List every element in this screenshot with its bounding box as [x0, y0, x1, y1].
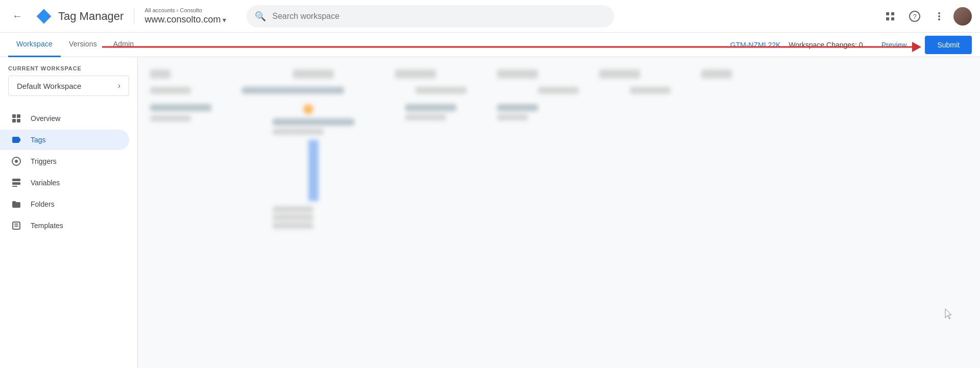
app-name: Tag Manager — [58, 10, 124, 23]
tag-manager-logo-icon — [35, 7, 53, 26]
more-vert-icon — [938, 11, 940, 21]
preview-button[interactable]: Preview — [871, 37, 917, 53]
svg-rect-24 — [14, 224, 18, 225]
submit-button[interactable]: Submit — [925, 36, 972, 54]
content-area — [138, 57, 980, 368]
svg-rect-4 — [891, 12, 894, 15]
search-input[interactable] — [272, 12, 606, 21]
tags-icon — [10, 135, 22, 145]
svg-rect-13 — [17, 114, 20, 118]
header-actions: ? — [880, 6, 972, 27]
svg-rect-21 — [12, 182, 20, 185]
svg-rect-12 — [12, 114, 16, 118]
back-button[interactable]: ← — [8, 7, 27, 26]
nav-tabs: Workspace Versions Admin GTM-NZML22K Wor… — [0, 33, 980, 57]
sidebar-item-templates[interactable]: Templates — [0, 215, 129, 236]
workspace-changes: Workspace Changes: 0 — [789, 41, 863, 49]
sidebar-item-label: Variables — [31, 179, 60, 187]
grid-icon-button[interactable] — [880, 6, 900, 27]
grid-icon — [885, 11, 895, 21]
svg-rect-17 — [18, 138, 20, 141]
svg-point-9 — [938, 12, 940, 14]
avatar-image — [953, 7, 972, 26]
svg-rect-14 — [12, 119, 16, 122]
sidebar-item-label: Folders — [31, 200, 55, 208]
help-icon: ? — [909, 11, 920, 22]
variables-icon — [10, 178, 22, 188]
svg-point-11 — [938, 18, 940, 20]
search-bar[interactable]: 🔍 — [247, 5, 614, 28]
tab-versions[interactable]: Versions — [61, 33, 105, 57]
svg-rect-25 — [14, 226, 18, 227]
help-icon-button[interactable]: ? — [904, 6, 925, 27]
folders-icon — [10, 199, 22, 209]
templates-icon — [10, 220, 22, 231]
header-divider — [134, 8, 134, 24]
app-logo[interactable]: Tag Manager — [35, 7, 124, 26]
sidebar-item-label: Triggers — [31, 157, 57, 165]
sidebar-item-triggers[interactable]: Triggers — [0, 151, 129, 171]
tab-workspace[interactable]: Workspace — [8, 33, 61, 57]
triggers-icon — [10, 156, 22, 166]
chevron-down-icon: ▾ — [223, 15, 226, 24]
search-icon: 🔍 — [255, 11, 266, 22]
svg-rect-5 — [886, 17, 889, 20]
sidebar-nav: Overview Tags — [0, 108, 137, 236]
blurred-content — [138, 57, 980, 368]
breadcrumb: All accounts › Consolto — [144, 7, 226, 14]
svg-rect-15 — [17, 119, 20, 122]
svg-rect-3 — [886, 12, 889, 15]
sidebar-item-label: Templates — [31, 222, 63, 230]
sidebar-item-folders[interactable]: Folders — [0, 194, 129, 214]
workspace-name: Default Workspace — [17, 82, 81, 90]
sidebar: CURRENT WORKSPACE Default Workspace › Ov… — [0, 57, 138, 368]
svg-point-10 — [938, 15, 940, 17]
svg-point-19 — [15, 160, 18, 163]
svg-rect-22 — [12, 186, 17, 187]
svg-rect-6 — [891, 17, 894, 20]
current-workspace-label: CURRENT WORKSPACE — [0, 65, 137, 71]
svg-text:?: ? — [913, 13, 916, 20]
more-icon-button[interactable] — [929, 6, 949, 27]
account-selector[interactable]: All accounts › Consolto www.consolto.com… — [144, 7, 226, 26]
main-layout: CURRENT WORKSPACE Default Workspace › Ov… — [0, 57, 980, 368]
svg-rect-16 — [12, 137, 19, 143]
gtm-id[interactable]: GTM-NZML22K — [730, 41, 781, 49]
workspace-arrow-icon: › — [118, 81, 120, 90]
account-title: www.consolto.com ▾ — [144, 14, 226, 26]
workspace-selector[interactable]: Default Workspace › — [8, 76, 129, 96]
sidebar-item-label: Tags — [31, 136, 46, 144]
avatar[interactable] — [953, 7, 972, 26]
sidebar-item-tags[interactable]: Tags — [0, 130, 129, 150]
svg-marker-1 — [40, 9, 47, 23]
overview-icon — [10, 113, 22, 124]
sidebar-item-label: Overview — [31, 114, 60, 122]
nav-right-actions: GTM-NZML22K Workspace Changes: 0 Preview… — [730, 36, 972, 54]
app-header: ← Tag Manager All accounts › Consolto ww… — [0, 0, 980, 33]
svg-rect-20 — [12, 179, 20, 181]
sidebar-item-overview[interactable]: Overview — [0, 108, 129, 129]
sidebar-item-variables[interactable]: Variables — [0, 173, 129, 193]
tab-admin[interactable]: Admin — [105, 33, 142, 57]
